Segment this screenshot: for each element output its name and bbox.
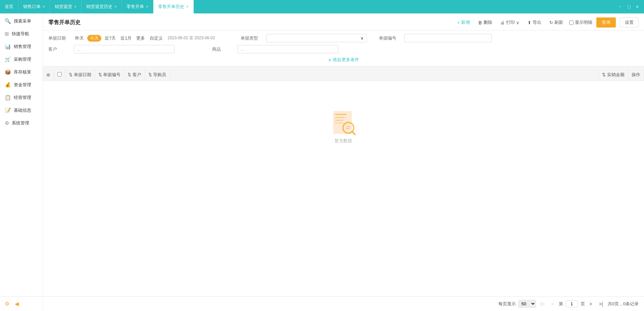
tab-home-label: 首页: [5, 4, 13, 10]
print-label: 打印: [506, 19, 515, 25]
settings-bottom-icon[interactable]: ⚙: [5, 301, 9, 307]
close-return-icon[interactable]: ×: [74, 4, 77, 9]
add-button[interactable]: + 新增: [455, 18, 472, 27]
delete-button[interactable]: 🗑 删除: [476, 18, 494, 27]
maximize-icon[interactable]: □: [628, 4, 630, 9]
table-container: ⚙ ⇅ 单据日期 ⇅ 单据编号 ⇅ 客户: [43, 69, 644, 296]
customer-input[interactable]: ...: [74, 45, 175, 53]
settings-button[interactable]: 设置: [620, 17, 639, 28]
th-salesperson[interactable]: ⇅ 导购员: [145, 69, 170, 81]
last-page-button[interactable]: >|: [597, 301, 605, 307]
purchase-icon: 🛒: [5, 56, 11, 62]
query-button[interactable]: 查询: [596, 17, 616, 28]
collapse-arrow-icon: ∧: [328, 57, 332, 62]
settings-col-icon[interactable]: ⚙: [46, 72, 50, 77]
prev-page-button[interactable]: <: [549, 301, 556, 307]
shortcut-today[interactable]: 今天: [87, 35, 101, 42]
goods-dots: ...: [241, 47, 244, 52]
next-page-button[interactable]: >: [588, 301, 594, 307]
th-date[interactable]: ⇅ 单据日期: [65, 69, 95, 81]
tab-return-history-label: 销货退货历史: [86, 4, 112, 10]
filter-row-2: 客户 ... 商品 ...: [48, 45, 639, 53]
first-page-button[interactable]: |<: [539, 301, 547, 307]
goods-input[interactable]: ...: [238, 45, 338, 53]
sidebar-item-system[interactable]: ⚙ 系统管理: [0, 117, 43, 129]
minimize-icon[interactable]: －: [617, 4, 622, 10]
th-date-label: ⇅ 单据日期: [69, 72, 91, 77]
th-number[interactable]: ⇅ 单据编号: [95, 69, 124, 81]
display-detail-checkbox-input[interactable]: [569, 20, 574, 25]
svg-line-7: [352, 132, 355, 135]
basic-icon: 📝: [5, 107, 11, 113]
shortcut-more[interactable]: 更多: [135, 35, 146, 42]
window-controls: － □ ×: [617, 0, 644, 13]
tab-home[interactable]: 首页: [0, 0, 18, 13]
sidebar-item-nav-label: 快捷导航: [12, 31, 29, 37]
sidebar-item-basic[interactable]: 📝 基础信息: [0, 104, 43, 117]
per-page-label: 每页显示: [498, 301, 516, 307]
operation-icon: 📋: [5, 95, 11, 101]
tab-retail-order[interactable]: 零售开单 ×: [122, 0, 153, 13]
sidebar-item-finance[interactable]: 💰 资金管理: [0, 79, 43, 91]
sidebar-item-sales[interactable]: 📊 销售管理: [0, 40, 43, 53]
sidebar-item-operation[interactable]: 📋 经营管理: [0, 91, 43, 104]
shortcut-custom[interactable]: 自定义: [148, 35, 164, 42]
sidebar-item-operation-label: 经营管理: [14, 95, 31, 101]
doc-number-input[interactable]: [404, 34, 492, 42]
page-header: 零售开单历史 + 新增 🗑 删除 🖨 打印 ∨ ⬆ 导出: [43, 13, 644, 31]
select-all-checkbox[interactable]: [57, 72, 62, 76]
customer-label: 客户: [48, 46, 68, 52]
th-amount[interactable]: ⇅ 实销金额: [599, 69, 628, 81]
svg-rect-4: [335, 122, 344, 123]
close-return-history-icon[interactable]: ×: [114, 4, 117, 9]
sidebar-item-purchase-label: 采购管理: [14, 56, 31, 62]
th-settings[interactable]: ⚙: [43, 69, 54, 81]
collapse-button[interactable]: ∧ 收起更多条件: [328, 57, 359, 63]
tab-return-history[interactable]: 销货退货历史 ×: [82, 0, 122, 13]
th-salesperson-label: ⇅ 导购员: [148, 72, 166, 77]
toolbar: + 新增 🗑 删除 🖨 打印 ∨ ⬆ 导出 ↻ 刷新: [455, 17, 639, 28]
close-sales-order-icon[interactable]: ×: [43, 4, 45, 9]
sidebar-item-basic-label: 基础信息: [14, 107, 31, 113]
customer-dots: ...: [77, 47, 81, 52]
refresh-label: 刷新: [554, 19, 563, 25]
th-number-label: ⇅ 单据编号: [98, 72, 121, 77]
th-checkbox[interactable]: [54, 69, 65, 81]
th-action: 操作: [628, 69, 644, 81]
collapse-sidebar-icon[interactable]: ◀: [15, 301, 19, 307]
content-area: 零售开单历史 + 新增 🗑 删除 🖨 打印 ∨ ⬆ 导出: [43, 13, 644, 311]
table-body: 暂无数据: [43, 81, 644, 171]
th-customer[interactable]: ⇅ 客户: [124, 69, 145, 81]
refresh-button[interactable]: ↻ 刷新: [547, 18, 565, 27]
sidebar-item-inventory[interactable]: 📦 库存核算: [0, 66, 43, 79]
export-button[interactable]: ⬆ 导出: [526, 18, 543, 27]
per-page-select[interactable]: 50 100 200: [518, 300, 536, 308]
system-icon: ⚙: [5, 120, 9, 126]
sidebar-item-search[interactable]: 🔍 搜索采单: [0, 15, 43, 28]
page-label: 第: [559, 301, 563, 307]
page-number-input[interactable]: [566, 300, 578, 307]
sidebar-item-purchase[interactable]: 🛒 采购管理: [0, 53, 43, 66]
sidebar-item-system-label: 系统管理: [12, 120, 29, 126]
search-icon: 🔍: [5, 18, 11, 24]
sidebar-item-sales-label: 销售管理: [14, 44, 31, 50]
doc-type-select[interactable]: ∨: [266, 34, 367, 42]
delete-label: 删除: [484, 19, 492, 25]
close-retail-order-icon[interactable]: ×: [146, 4, 148, 9]
shortcut-1month[interactable]: 近1月: [119, 35, 133, 42]
display-detail-toggle[interactable]: 显示明细: [569, 19, 592, 25]
shortcut-yesterday[interactable]: 昨天: [74, 35, 85, 42]
th-spacer: [170, 69, 599, 81]
print-button[interactable]: 🖨 打印 ∨: [498, 18, 522, 27]
svg-rect-1: [335, 114, 347, 115]
sidebar-item-nav[interactable]: ⊞ 快捷导航: [0, 28, 43, 40]
export-icon: ⬆: [528, 20, 531, 25]
close-retail-history-icon[interactable]: ×: [186, 4, 189, 9]
sales-icon: 📊: [5, 44, 11, 50]
nav-icon: ⊞: [5, 31, 9, 37]
shortcut-7days[interactable]: 近7天: [103, 35, 117, 42]
tab-retail-history[interactable]: 零售开单历史 ×: [153, 0, 194, 13]
tab-return[interactable]: 销货退货 ×: [50, 0, 82, 13]
tab-sales-order[interactable]: 销售订单 ×: [18, 0, 50, 13]
close-window-icon[interactable]: ×: [636, 4, 639, 9]
